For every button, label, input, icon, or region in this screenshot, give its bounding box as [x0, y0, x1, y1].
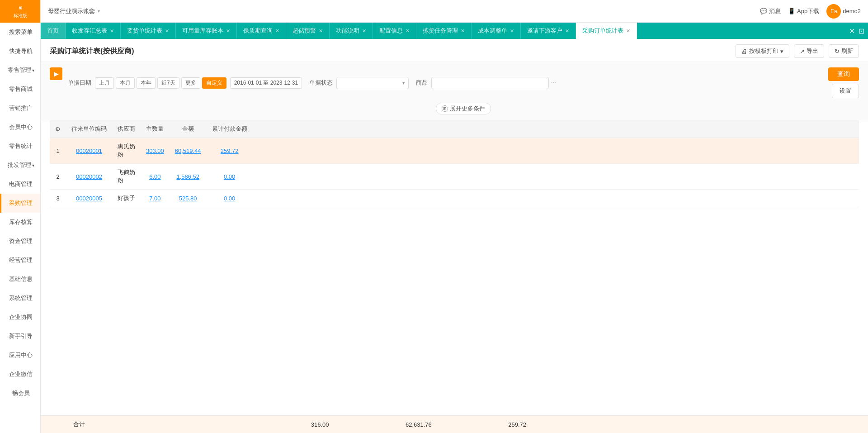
nav-tab-保质期查询[interactable]: 保质期查询 ✕	[237, 23, 286, 39]
cell-code[interactable]: 00020001	[66, 138, 112, 164]
maximize-tab-btn[interactable]: ⊡	[859, 27, 864, 35]
sidebar-item-搜索菜单[interactable]: 搜索菜单	[0, 23, 40, 42]
filter-toggle-btn[interactable]: ▶	[50, 67, 62, 80]
sidebar-item-label: 会员中心	[9, 124, 33, 130]
tab-close-btn[interactable]: ✕	[226, 28, 230, 34]
nav-tab-拣货任务管理[interactable]: 拣货任务管理 ✕	[416, 23, 472, 39]
footer-paid: 259.72	[468, 421, 566, 428]
cell-qty[interactable]: 303.00	[141, 138, 170, 164]
nav-tab-超储预警[interactable]: 超储预警 ✕	[286, 23, 330, 39]
tab-close-btn[interactable]: ✕	[406, 28, 410, 34]
col-settings[interactable]: ⚙	[50, 120, 66, 138]
nav-tab-邀请下游客户[interactable]: 邀请下游客户 ✕	[521, 23, 576, 39]
sidebar-item-零售管理[interactable]: 零售管理▾	[0, 61, 40, 80]
print-button[interactable]: 🖨 按模板打印 ▾	[736, 44, 789, 58]
sidebar-item-经营管理[interactable]: 经营管理	[0, 251, 40, 270]
tab-close-btn[interactable]: ✕	[626, 28, 630, 34]
cell-code[interactable]: 00020005	[66, 190, 112, 207]
sidebar-item-新手引导[interactable]: 新手引导	[0, 327, 40, 346]
tab-close-btn[interactable]: ✕	[165, 28, 169, 34]
this-year-btn[interactable]: 本年	[137, 77, 156, 89]
workspace-arrow: ▾	[98, 9, 100, 14]
top-header: 母婴行业演示账套 ▾ 💬 消息 📱 App下载 Ea demo2	[41, 0, 868, 23]
tab-close-btn[interactable]: ✕	[510, 28, 514, 34]
cell-amount[interactable]: 1,586.52	[170, 164, 207, 190]
cell-amount[interactable]: 60,519.44	[170, 138, 207, 164]
sidebar-item-label: 企业微信	[9, 371, 33, 377]
sidebar-item-label: 库存核算	[9, 219, 33, 225]
sidebar-item-畅会员[interactable]: 畅会员	[0, 384, 40, 403]
sidebar-item-库存核算[interactable]: 库存核算	[0, 213, 40, 232]
cell-qty[interactable]: 7.00	[141, 190, 170, 207]
filter-goods-label: 商品	[416, 79, 428, 87]
sidebar-item-批发管理[interactable]: 批发管理▾	[0, 156, 40, 175]
cell-supplier: 惠氏奶粉	[112, 138, 141, 164]
message-btn[interactable]: 💬 消息	[760, 7, 781, 15]
sidebar-item-电商管理[interactable]: 电商管理	[0, 175, 40, 194]
page-title: 采购订单统计表(按供应商)	[50, 47, 134, 56]
query-button[interactable]: 查询	[828, 67, 859, 81]
tab-close-btn[interactable]: ✕	[110, 28, 114, 34]
nav-tab-功能说明[interactable]: 功能说明 ✕	[330, 23, 373, 39]
sidebar-item-快捷导航[interactable]: 快捷导航	[0, 42, 40, 61]
custom-date-btn[interactable]: 自定义	[202, 77, 226, 89]
sidebar-item-营销推广[interactable]: 营销推广	[0, 99, 40, 118]
sidebar-item-应用中心[interactable]: 应用中心	[0, 346, 40, 365]
sidebar-item-资金管理[interactable]: 资金管理	[0, 232, 40, 251]
cell-paid[interactable]: 259.72	[207, 138, 253, 164]
tab-close-btn[interactable]: ✕	[362, 28, 366, 34]
nav-tab-配置信息[interactable]: 配置信息 ✕	[373, 23, 416, 39]
sidebar-item-系统管理[interactable]: 系统管理	[0, 289, 40, 308]
nav-tab-首页[interactable]: 首页	[41, 23, 66, 39]
sidebar-item-企业微信[interactable]: 企业微信	[0, 365, 40, 384]
cell-code[interactable]: 00020002	[66, 164, 112, 190]
filter-status-select[interactable]	[336, 77, 409, 89]
sidebar-item-采购管理[interactable]: 采购管理	[0, 194, 40, 213]
this-month-btn[interactable]: 本月	[116, 77, 135, 89]
table-row[interactable]: 3 00020005 好孩子 7.00 525.80 0.00	[50, 190, 859, 207]
workspace-selector[interactable]: 母婴行业演示账套 ▾	[48, 7, 100, 15]
tab-close-btn[interactable]: ✕	[565, 28, 569, 34]
more-date-btn[interactable]: 更多	[181, 77, 200, 89]
user-profile[interactable]: Ea demo2	[826, 4, 861, 19]
filter-date-range[interactable]: 2016-01-01 至 2023-12-31	[230, 77, 302, 89]
nav-tab-要货单统计表[interactable]: 要货单统计表 ✕	[121, 23, 176, 39]
tab-label: 功能说明	[336, 27, 359, 35]
nav-tab-采购订单统计表[interactable]: 采购订单统计表 ✕	[576, 23, 637, 39]
last-month-btn[interactable]: 上月	[95, 77, 114, 89]
cell-paid[interactable]: 0.00	[207, 164, 253, 190]
sidebar-item-零售统计[interactable]: 零售统计	[0, 137, 40, 156]
export-icon: ↗	[800, 48, 805, 55]
cell-amount[interactable]: 525.80	[170, 190, 207, 207]
filter-status-wrap	[336, 77, 409, 89]
nav-tab-成本调整单[interactable]: 成本调整单 ✕	[472, 23, 521, 39]
app-download-btn[interactable]: 📱 App下载	[788, 7, 819, 15]
expand-more-btn[interactable]: ⊞ 展开更多条件	[436, 103, 491, 114]
table-row[interactable]: 2 00020002 飞鹤奶粉 6.00 1,586.52 0.00	[50, 164, 859, 190]
nav-tab-可用量库存账本[interactable]: 可用量库存账本 ✕	[176, 23, 237, 39]
filter-goods-input[interactable]	[431, 77, 549, 89]
sidebar-item-会员中心[interactable]: 会员中心	[0, 118, 40, 137]
export-button[interactable]: ↗ 导出	[794, 44, 824, 58]
cell-qty[interactable]: 6.00	[141, 164, 170, 190]
close-tab-btn[interactable]: ✕	[849, 27, 855, 35]
tab-close-btn[interactable]: ✕	[275, 28, 279, 34]
last-7days-btn[interactable]: 近7天	[157, 77, 179, 89]
avatar-initials: Ea	[830, 8, 837, 14]
refresh-button[interactable]: ↻ 刷新	[829, 44, 859, 58]
table-row[interactable]: 1 00020001 惠氏奶粉 303.00 60,519.44 259.72	[50, 138, 859, 164]
tab-close-btn[interactable]: ✕	[461, 28, 465, 34]
sidebar-item-企业协同[interactable]: 企业协同	[0, 308, 40, 327]
cell-paid[interactable]: 0.00	[207, 190, 253, 207]
nav-tab-收发存汇总表[interactable]: 收发存汇总表 ✕	[66, 23, 121, 39]
filter-area: ▶ 单据日期 上月 本月 本年 近7天 更多 自定义	[41, 62, 868, 120]
settings-button[interactable]: 设置	[832, 84, 859, 98]
sidebar-item-零售商城[interactable]: 零售商城	[0, 80, 40, 99]
main-area: 母婴行业演示账套 ▾ 💬 消息 📱 App下载 Ea demo2 首页收发存汇总…	[41, 0, 868, 433]
tab-label: 可用量库存账本	[182, 27, 223, 35]
table-footer: 合计 316.00 62,631.76 259.72	[41, 415, 868, 433]
tab-close-btn[interactable]: ✕	[319, 28, 323, 34]
filter-more-dots[interactable]: ···	[551, 79, 557, 87]
sidebar-item-基础信息[interactable]: 基础信息	[0, 270, 40, 289]
cell-index: 3	[50, 190, 66, 207]
